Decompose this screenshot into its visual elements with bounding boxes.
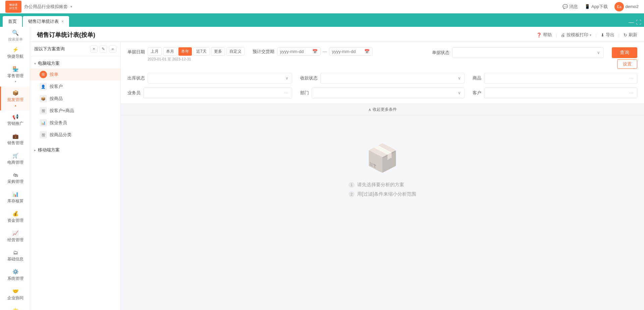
collapse-bar[interactable]: ∧ 收起更多条件	[121, 104, 644, 115]
tab-minimize-icon[interactable]: —	[629, 19, 634, 25]
product-select[interactable]: ···	[484, 73, 637, 84]
tab-maximize-icon[interactable]: ⛶	[636, 19, 641, 25]
left-panel-actions: + ✎ «	[90, 45, 116, 53]
salesperson-select[interactable]: ···	[143, 88, 292, 98]
top-bar-left: 畅捷通 好生意 办公用品行业模拟账套 ▾	[5, 1, 72, 13]
payment-status-select[interactable]: ∨	[320, 73, 465, 84]
salesperson-group: 业务员 ···	[127, 88, 292, 98]
export-label: 导出	[606, 32, 614, 38]
ecommerce-icon: 🛒	[12, 153, 19, 159]
by-salesperson-label: 按业务员	[50, 120, 67, 126]
panel-layout: 按以下方案查询 + ✎ « ▾ 电脑端方案 按	[30, 42, 644, 310]
pc-scheme-parent[interactable]: ▾ 电脑端方案	[30, 58, 120, 68]
operations-icon: 📈	[12, 230, 19, 236]
tip-num-1: 1	[348, 182, 355, 188]
order-status-label: 单据状态	[432, 50, 449, 56]
delivery-end-field[interactable]	[332, 49, 362, 54]
btn-this-year[interactable]: 本年	[178, 47, 192, 56]
refresh-btn[interactable]: ↻ 刷新	[624, 32, 637, 38]
scheme-by-category[interactable]: 按 按商品分类	[30, 129, 120, 141]
sidebar-item-basic[interactable]: 🗂 基础信息	[0, 246, 30, 265]
btn-more-date[interactable]: 更多	[211, 47, 225, 56]
content-body: 按以下方案查询 + ✎ « ▾ 电脑端方案 按	[30, 42, 644, 310]
newbie-icon: 🌟	[12, 308, 19, 310]
tab-home[interactable]: 首页	[3, 16, 22, 27]
scheme-by-customer[interactable]: 👤 按客户	[30, 81, 120, 93]
customer-label: 客户	[473, 90, 481, 96]
payment-arrow-icon: ∨	[458, 76, 461, 81]
delivery-start-input[interactable]: 📅	[277, 47, 321, 56]
by-customer-product-icon: 按	[40, 107, 47, 114]
add-scheme-btn[interactable]: +	[90, 45, 98, 53]
btn-this-month[interactable]: 本月	[163, 47, 177, 56]
query-btn[interactable]: 查询	[612, 47, 637, 58]
btn-last-month[interactable]: 上月	[148, 47, 162, 56]
order-status-select[interactable]: ∨	[452, 47, 604, 58]
customer-select[interactable]: ···	[484, 88, 637, 98]
mobile-scheme-section: ▸ 移动端方案	[30, 143, 120, 157]
print-label: 按模板打印	[567, 32, 588, 38]
sidebar-item-purchase[interactable]: 🛍 采购管理	[0, 169, 30, 188]
tab-sales-order[interactable]: 销售订单统计表 ×	[23, 16, 69, 27]
download-icon: 📱	[585, 4, 590, 9]
order-status-arrow-icon: ∨	[597, 50, 600, 55]
sidebar-item-marketing[interactable]: 📢 营销推广	[0, 110, 30, 130]
empty-tip-2: 2 用[过滤]条件来缩小分析范围	[348, 191, 416, 197]
app-download-btn[interactable]: 📱 App下载	[585, 4, 608, 10]
sidebar-item-finance[interactable]: 💰 资金管理	[0, 207, 30, 227]
empty-illustration: 📦	[366, 142, 399, 174]
user-menu[interactable]: Ea demo2	[614, 2, 639, 11]
sidebar-item-enterprise[interactable]: 🤝 企业协同	[0, 285, 30, 304]
sidebar-item-retail[interactable]: 🏪 零售管理 ▾	[0, 63, 30, 87]
help-label: 帮助	[543, 32, 552, 38]
content-area: 销售订单统计表(按单) ❓ 帮助 | 🖨 按模板打印 ▾ | ⬇ 导出 |	[30, 27, 644, 310]
sidebar-item-wholesale[interactable]: 📦 批发管理 ▴	[0, 87, 30, 110]
sidebar-item-ecommerce[interactable]: 🛒 电商管理	[0, 149, 30, 169]
btn-last-7days[interactable]: 近7天	[193, 47, 210, 56]
page-title: 销售订单统计表(按单)	[37, 31, 95, 39]
scheme-by-customer-product[interactable]: 按 按客户+商品	[30, 105, 120, 117]
sidebar-item-system[interactable]: ⚙️ 系统管理	[0, 265, 30, 285]
sidebar-item-inventory[interactable]: 📊 库存核算	[0, 188, 30, 207]
settings-btn[interactable]: 设置	[617, 59, 637, 69]
sidebar-item-search[interactable]: 🔍 搜索菜单	[0, 27, 30, 43]
sidebar-item-sales[interactable]: 💼 销售管理	[0, 130, 30, 149]
mobile-scheme-parent[interactable]: ▸ 移动端方案	[30, 145, 120, 155]
sidebar-purchase-label: 采购管理	[7, 179, 23, 185]
export-btn[interactable]: ⬇ 导出	[601, 32, 614, 38]
collapse-panel-btn[interactable]: «	[109, 45, 116, 53]
delivery-end-input[interactable]: 📅	[329, 47, 373, 56]
scheme-by-order[interactable]: 按 按单	[30, 68, 120, 81]
department-arrow-icon: ∨	[458, 91, 461, 95]
payment-status-group: 收款状态 ∨	[300, 73, 465, 84]
message-btn[interactable]: 💬 消息	[562, 4, 578, 10]
payment-status-label: 收款状态	[300, 75, 318, 81]
sidebar-item-quick-nav[interactable]: ⚡ 快捷导航	[0, 43, 30, 63]
message-icon: 💬	[562, 4, 568, 9]
edit-scheme-btn[interactable]: ✎	[100, 45, 107, 53]
scheme-by-salesperson[interactable]: 📊 按业务员	[30, 117, 120, 129]
help-btn[interactable]: ❓ 帮助	[536, 32, 552, 38]
app-download-label: App下载	[591, 4, 608, 10]
shipment-status-select[interactable]: ∨	[148, 73, 292, 84]
scheme-by-product[interactable]: 📦 按商品	[30, 93, 120, 105]
left-panel: 按以下方案查询 + ✎ « ▾ 电脑端方案 按	[30, 42, 121, 310]
sidebar-sales-label: 销售管理	[7, 140, 23, 146]
app-dropdown-icon[interactable]: ▾	[70, 5, 72, 8]
avatar: Ea	[614, 2, 624, 11]
sidebar-quick-nav-label: 快捷导航	[7, 54, 23, 59]
tab-sales-order-label: 销售订单统计表	[28, 18, 59, 24]
sidebar-enterprise-label: 企业协同	[7, 295, 23, 301]
sidebar-item-operations[interactable]: 📈 经营管理	[0, 227, 30, 246]
department-select[interactable]: ∨	[312, 88, 465, 98]
btn-custom-date[interactable]: 自定义	[226, 47, 245, 56]
print-btn[interactable]: 🖨 按模板打印 ▾	[561, 32, 591, 38]
page-header: 销售订单统计表(按单) ❓ 帮助 | 🖨 按模板打印 ▾ | ⬇ 导出 |	[30, 27, 644, 42]
sidebar-item-newbie[interactable]: 🌟 新手引导	[0, 304, 30, 310]
delivery-start-field[interactable]	[280, 49, 310, 54]
calendar-end-icon: 📅	[364, 49, 370, 54]
department-label: 部门	[300, 90, 309, 96]
tab-close-icon[interactable]: ×	[61, 19, 64, 24]
filter-row-3: 业务员 ··· 部门 ∨	[127, 88, 637, 98]
left-panel-title: 按以下方案查询	[34, 46, 65, 52]
